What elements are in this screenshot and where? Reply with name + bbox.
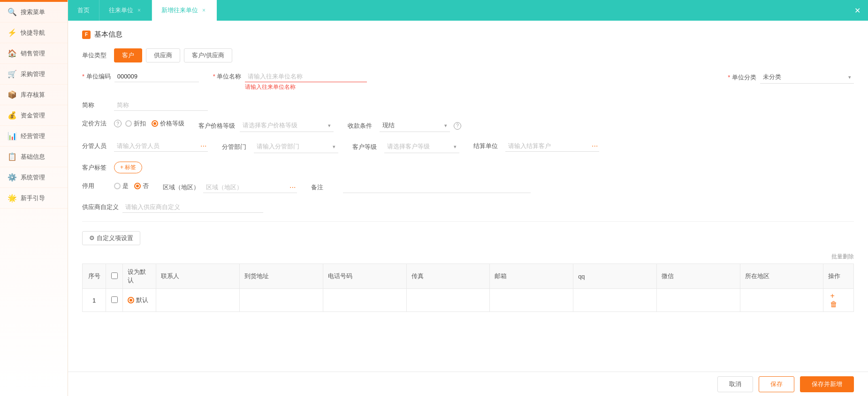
row-add-btn[interactable]: + — [828, 292, 836, 300]
sidebar-item-operations[interactable]: 📊 经营管理 — [0, 126, 68, 147]
unit-code-input[interactable] — [114, 71, 199, 82]
supplier-custom-label: 供应商自定义 — [82, 203, 119, 211]
sidebar-item-basic-info[interactable]: 📋 基础信息 — [0, 147, 68, 167]
tags-label: 客户标签 — [82, 163, 110, 172]
sidebar-item-purchase[interactable]: 🛒 采购管理 — [0, 64, 68, 85]
select-all-checkbox[interactable] — [111, 272, 118, 279]
department-select[interactable]: 请输入分管部门 ▾ — [254, 140, 338, 153]
row-delete-btn[interactable]: 🗑 — [828, 300, 839, 309]
tab-new-partner-close[interactable]: × — [201, 6, 207, 15]
short-name-row: 简称 — [82, 100, 854, 111]
pricing-method-field: 定价方法 ? 折扣 价格等级 — [82, 119, 184, 128]
region-more-btn[interactable]: ··· — [288, 183, 297, 192]
disabled-yes[interactable]: 是 — [114, 182, 129, 190]
tab-partner[interactable]: 往来单位 × — [99, 0, 152, 21]
pricing-radio-discount[interactable]: 折扣 — [125, 119, 146, 128]
sidebar-label-guide: 新手引导 — [21, 194, 45, 202]
settlement-unit-label: 结算单位 — [473, 142, 502, 150]
row-qq[interactable] — [573, 289, 657, 312]
cancel-button[interactable]: 取消 — [717, 376, 753, 392]
sidebar-item-finance[interactable]: 💰 资金管理 — [0, 105, 68, 126]
manager-more-btn[interactable]: ··· — [198, 142, 208, 150]
type-btn-customer[interactable]: 客户 — [114, 48, 142, 62]
batch-delete-btn[interactable]: 批量删除 — [82, 253, 854, 261]
save-button[interactable]: 保存 — [759, 376, 794, 392]
tags-field: 客户标签 + 标签 — [82, 162, 142, 173]
disabled-label: 停用 — [82, 182, 110, 190]
row-fax[interactable] — [406, 289, 490, 312]
pricing-help-icon[interactable]: ? — [114, 120, 122, 127]
unit-name-field-inner: 单位名称 — [213, 71, 714, 82]
supplier-custom-row: 供应商自定义 — [82, 202, 854, 213]
guide-icon: 🌟 — [8, 194, 17, 202]
sidebar-item-inventory[interactable]: 📦 库存核算 — [0, 85, 68, 105]
unit-name-input[interactable] — [245, 71, 367, 82]
region-input[interactable] — [203, 182, 288, 193]
custom-settings-button[interactable]: ⚙ 自定义项设置 — [82, 231, 140, 245]
short-name-input[interactable] — [114, 100, 208, 111]
sidebar-item-guide[interactable]: 🌟 新手引导 — [0, 188, 68, 209]
manager-input-wrap: ··· — [114, 140, 208, 152]
customer-level-select[interactable]: 请选择客户等级 ▾ — [384, 140, 459, 153]
row-address-input[interactable] — [244, 297, 318, 304]
contacts-table: 序号 设为默认 联系人 到货地址 电话号码 传真 邮箱 qq 微信 所在地区 操… — [82, 264, 854, 312]
row-email[interactable] — [490, 289, 573, 312]
row-wechat[interactable] — [656, 289, 740, 312]
row-region-input[interactable] — [745, 297, 819, 304]
row-phone-input[interactable] — [328, 297, 402, 304]
payment-terms-select[interactable]: 现结 ▾ — [380, 119, 450, 132]
row-region[interactable] — [740, 289, 823, 312]
row-email-input[interactable] — [495, 297, 568, 304]
settlement-unit-more-btn[interactable]: ··· — [590, 142, 600, 150]
row-default-radio[interactable]: 默认 — [128, 296, 151, 304]
row-fax-input[interactable] — [411, 297, 485, 304]
col-address: 到货地址 — [240, 264, 323, 289]
customer-price-level-select[interactable]: 请选择客户价格等级 ▾ — [240, 119, 334, 132]
col-qq: qq — [573, 264, 657, 289]
pricing-radio-level[interactable]: 价格等级 — [152, 119, 184, 128]
tab-new-partner[interactable]: 新增往来单位 × — [152, 0, 217, 21]
row-qq-input[interactable] — [578, 297, 652, 304]
supplier-custom-input[interactable] — [122, 202, 263, 213]
sidebar-label-finance: 资金管理 — [21, 111, 45, 120]
add-tag-button[interactable]: + 标签 — [114, 162, 142, 173]
row-wechat-input[interactable] — [662, 297, 735, 304]
system-icon: ⚙️ — [8, 173, 17, 182]
payment-terms-arrow: ▾ — [444, 123, 447, 129]
sidebar-item-search[interactable]: 🔍 搜索菜单 — [0, 2, 68, 23]
sidebar-label-sales: 销售管理 — [21, 49, 45, 58]
tab-home[interactable]: 首页 — [68, 0, 99, 21]
row-contact[interactable] — [156, 289, 240, 312]
manager-row: 分管人员 ··· 分管部门 请输入分管部门 ▾ 客户等级 请选择客户等级 — [82, 140, 854, 153]
type-btn-supplier[interactable]: 供应商 — [146, 48, 180, 62]
department-field: 分管部门 请输入分管部门 ▾ — [222, 140, 338, 153]
save-new-button[interactable]: 保存并新增 — [800, 376, 854, 392]
pricing-radio-group: 折扣 价格等级 — [125, 119, 184, 128]
tab-new-partner-label: 新增往来单位 — [161, 6, 198, 15]
settlement-unit-field: 结算单位 ··· — [473, 140, 599, 152]
payment-terms-help-icon[interactable]: ? — [454, 122, 461, 130]
type-btn-both[interactable]: 客户/供应商 — [184, 48, 232, 62]
manager-label: 分管人员 — [82, 142, 110, 150]
unit-category-select[interactable]: 未分类 ▾ — [760, 71, 854, 84]
manager-field: 分管人员 ··· — [82, 140, 208, 152]
sidebar-item-sales[interactable]: 🏠 销售管理 — [0, 43, 68, 64]
sidebar-item-system[interactable]: ⚙️ 系统管理 — [0, 167, 68, 188]
unit-type-row: 单位类型 客户 供应商 客户/供应商 — [82, 48, 854, 62]
row-address[interactable] — [240, 289, 323, 312]
col-email: 邮箱 — [490, 264, 573, 289]
row-checkbox[interactable] — [111, 296, 118, 303]
remarks-input[interactable] — [343, 182, 531, 193]
manager-input[interactable] — [114, 140, 198, 151]
tab-bar-spacer — [217, 0, 847, 21]
payment-terms-value: 现结 — [382, 121, 442, 130]
sidebar-label-basic-info: 基础信息 — [21, 153, 45, 161]
disabled-no[interactable]: 否 — [134, 182, 149, 190]
row-phone[interactable] — [323, 289, 406, 312]
tab-partner-close[interactable]: × — [136, 6, 142, 15]
tab-bar-close-all[interactable]: ✕ — [847, 0, 868, 21]
row-contact-input[interactable] — [161, 297, 235, 304]
customer-level-field: 客户等级 请选择客户等级 ▾ — [352, 140, 459, 153]
sidebar-item-quick-nav[interactable]: ⚡ 快捷导航 — [0, 23, 68, 43]
settlement-unit-input[interactable] — [505, 140, 590, 151]
